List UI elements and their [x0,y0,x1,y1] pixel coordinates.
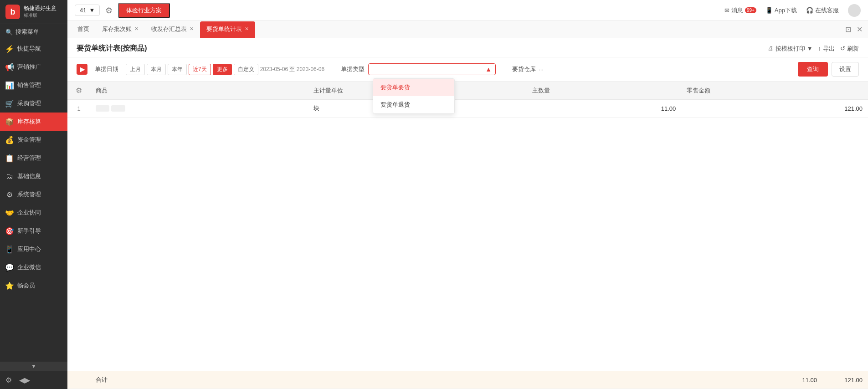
tab-close-order-summary[interactable]: ✕ [245,26,249,32]
page-header: 要货单统计表(按商品) 🖨 按模板打印 ▼ ↑ 导出 ↺ 刷新 [67,38,868,57]
basic-icon: 🗂 [5,172,14,180]
app-download-btn[interactable]: 📱 App下载 [765,6,797,15]
online-service-label: 在线客服 [815,6,839,15]
tab-receive-summary[interactable]: 收发存汇总表 ✕ [145,21,200,38]
table-header-row: ⚙ 商品 主计量单位 主数量 零售金额 [67,82,868,100]
refresh-button[interactable]: ↺ 刷新 [840,45,859,53]
tab-bar: 首页 库存批次账 ✕ 收发存汇总表 ✕ 要货单统计表 ✕ ⊡ ✕ [67,21,868,38]
topbar-right: ✉ 消息 99+ 📱 App下载 🎧 在线客服 [724,4,861,17]
page-title: 要货单统计表(按商品) [77,44,147,53]
tab-close-receive-summary[interactable]: ✕ [190,26,194,32]
sidebar-item-operations[interactable]: 📋 经营管理 [0,149,67,167]
filter-btn-7days[interactable]: 近7天 [189,64,211,75]
type-select-value [372,66,485,73]
sidebar-item-wechat[interactable]: 💬 企业微信 [0,258,67,276]
messages-btn[interactable]: ✉ 消息 99+ [724,6,756,15]
warehouse-more-icon[interactable]: ··· [539,66,544,73]
type-filter-group: 单据类型 ▲ [341,63,496,75]
dropdown-item-order-return[interactable]: 要货单退货 [373,96,454,113]
tab-expand-icon[interactable]: ⊡ [843,23,853,36]
sidebar-item-basic[interactable]: 🗂 基础信息 [0,167,67,185]
settings-bottom-icon[interactable]: ⚙ [5,376,12,384]
filter-btn-more[interactable]: 更多 [213,64,232,75]
warehouse-filter-label: 要货仓库 [512,65,536,73]
dropdown-item-order-goods[interactable]: 要货单要货 [373,79,454,96]
footer-table: 合计 11.00 121.00 [67,371,868,389]
messages-badge: 99+ [745,7,756,13]
sidebar-search-label: 搜索菜单 [15,28,39,36]
filter-btn-this-year[interactable]: 本年 [168,64,187,75]
sidebar-item-guide[interactable]: 🎯 新手引导 [0,222,67,240]
tenant-selector[interactable]: 41 ▼ [75,5,100,16]
sidebar-item-vip[interactable]: ⭐ 畅会员 [0,276,67,295]
sales-icon: 📊 [5,81,14,89]
sidebar: b 畅捷通好生意 标准版 🔍 搜索菜单 ⚡ 快捷导航 📢 营销推广 📊 销售管理… [0,0,67,389]
quick-nav-icon: ⚡ [5,45,14,53]
sidebar-bottom: ⚙ ◀▶ [0,371,67,389]
sidebar-item-cooperation[interactable]: 🤝 企业协同 [0,204,67,222]
tabs-right-controls: ⊡ ✕ [843,23,864,36]
guide-icon: 🎯 [5,227,14,235]
sidebar-item-purchase[interactable]: 🛒 采购管理 [0,94,67,113]
type-filter-select[interactable]: ▲ [368,63,496,75]
footer-amount: 121.00 [822,371,868,389]
export-button[interactable]: ↑ 导出 [818,45,835,53]
chevron-down-icon: ▼ [31,363,36,369]
filter-actions: 查询 设置 [798,62,859,77]
message-icon: ✉ [724,7,729,14]
brand-sub: 标准版 [24,12,56,19]
date-filter-group: 上月 本月 本年 近7天 更多 自定义 2023-05-06 至 2023-06… [126,64,324,75]
table-settings-icon[interactable]: ⚙ [67,82,90,100]
footer-quantity: 11.00 [777,371,822,389]
filter-btn-custom[interactable]: 自定义 [234,64,258,75]
filter-btn-this-month[interactable]: 本月 [147,64,166,75]
sidebar-logo: b 畅捷通好生意 标准版 [0,0,67,24]
sidebar-item-marketing[interactable]: 📢 营销推广 [0,58,67,76]
tab-home[interactable]: 首页 [71,21,96,38]
settings-icon[interactable]: ⚙ [105,5,113,15]
footer-row: 合计 11.00 121.00 [67,371,868,389]
wechat-icon: 💬 [5,263,14,271]
sidebar-item-quick-nav[interactable]: ⚡ 快捷导航 [0,40,67,58]
print-icon: 🖨 [768,45,774,52]
service-icon: 🎧 [806,7,813,14]
type-dropdown: 要货单要货 要货单退货 [373,78,455,114]
sidebar-item-app-center[interactable]: 📱 应用中心 [0,240,67,258]
online-service-btn[interactable]: 🎧 在线客服 [806,6,839,15]
main-content: 41 ▼ ⚙ 体验行业方案 ✉ 消息 99+ 📱 App下载 🎧 在线客服 首页 [67,0,868,389]
sidebar-scroll-down[interactable]: ▼ [0,362,67,371]
print-button[interactable]: 🖨 按模板打印 ▼ [768,45,813,53]
app-download-label: App下载 [775,6,797,15]
tab-close-all-icon[interactable]: ✕ [855,23,864,36]
collapse-icon[interactable]: ◀▶ [19,376,30,384]
sidebar-item-system[interactable]: ⚙ 系统管理 [0,185,67,204]
row-product [90,100,308,118]
cooperation-icon: 🤝 [5,209,14,217]
warehouse-filter-group: 要货仓库 ··· [512,65,544,73]
filter-expand-button[interactable]: ▶ [77,64,87,75]
tab-close-inventory-batch[interactable]: ✕ [134,26,139,32]
footer-empty [67,371,90,389]
date-range-display: 2023-05-06 至 2023-06-06 [260,66,324,73]
tab-inventory-batch[interactable]: 库存批次账 ✕ [96,21,145,38]
vip-icon: ⭐ [5,282,14,290]
sidebar-item-finance[interactable]: 💰 资金管理 [0,131,67,149]
sidebar-item-search[interactable]: 🔍 搜索菜单 [0,24,67,40]
col-header-quantity: 主数量 [527,82,682,100]
query-button[interactable]: 查询 [798,62,828,77]
tab-order-summary[interactable]: 要货单统计表 ✕ [200,21,255,38]
topbar: 41 ▼ ⚙ 体验行业方案 ✉ 消息 99+ 📱 App下载 🎧 在线客服 [67,0,868,21]
data-table-container: ⚙ 商品 主计量单位 主数量 零售金额 1 [67,82,868,371]
inventory-icon: 📦 [5,118,14,126]
system-icon: ⚙ [5,190,14,199]
refresh-icon: ↺ [840,45,845,52]
sidebar-item-inventory[interactable]: 📦 库存核算 [0,113,67,131]
sidebar-item-sales[interactable]: 📊 销售管理 [0,76,67,94]
avatar[interactable] [848,4,861,17]
chevron-down-icon: ▼ [807,45,813,52]
filter-btn-last-month[interactable]: 上月 [126,64,145,75]
trial-button[interactable]: 体验行业方案 [118,3,170,18]
setting-button[interactable]: 设置 [832,62,859,77]
table-footer: 合计 11.00 121.00 [67,371,868,389]
filter-bar: ▶ 单据日期 上月 本月 本年 近7天 更多 自定义 2023-05-06 至 … [67,57,868,82]
